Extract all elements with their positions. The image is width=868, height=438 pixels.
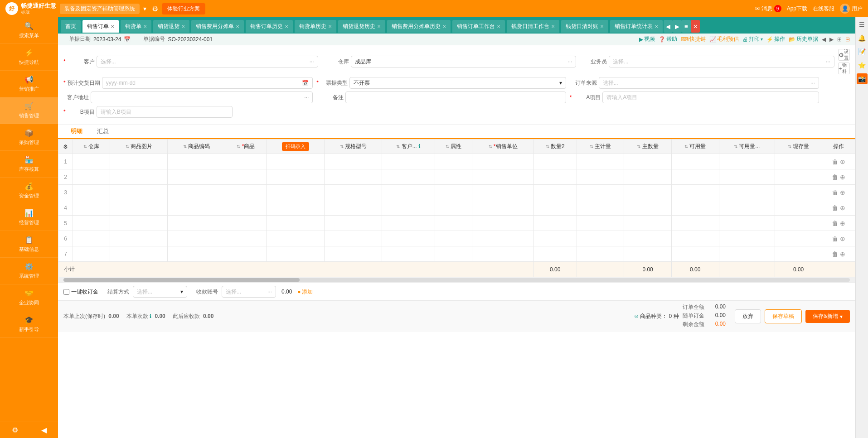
calendar-icon[interactable]: 📅 (124, 36, 131, 43)
b-project-input[interactable]: 请输入B项目 (97, 106, 233, 118)
save-new-btn[interactable]: 保存&新增 ▾ (805, 310, 850, 323)
prev-record-icon[interactable]: ◀ (822, 36, 826, 43)
tab-next-btn[interactable]: ▶ (673, 20, 682, 33)
tab-sales-goods-close[interactable]: ✕ (143, 24, 147, 29)
tab-summary[interactable]: 汇总 (90, 125, 116, 138)
sidebar-item-guide[interactable]: 🎓 新手引导 (0, 311, 58, 338)
tab-daily-workbench[interactable]: 钱货日清工作台 ✕ (507, 20, 559, 33)
row-4-copy-btn[interactable]: ⊕ (840, 204, 845, 212)
tab-prev-btn[interactable]: ◀ (664, 20, 673, 33)
tab-sales-goods[interactable]: 销货单 ✕ (121, 20, 151, 33)
customer-input[interactable]: 选择... ··· (97, 56, 318, 67)
discard-btn[interactable]: 放弃 (735, 309, 761, 323)
right-panel-menu-btn[interactable]: ☰ (857, 19, 868, 30)
row-6-copy-btn[interactable]: ⊕ (840, 235, 845, 242)
invoice-type-select[interactable]: 不开票 ▾ (349, 77, 566, 89)
tab-sales-expense[interactable]: 销售费用分摊单 ✕ (191, 20, 244, 33)
scroll-bar-area[interactable] (58, 277, 855, 283)
sidebar-item-quicknav[interactable]: ⚡ 快捷导航 (0, 44, 58, 71)
row-2-delete-btn[interactable]: 🗑 (832, 173, 838, 181)
right-panel-note-btn[interactable]: 📝 (857, 46, 868, 57)
tab-return-history[interactable]: 销货退货历史 ✕ (338, 20, 385, 33)
tab-sales-return[interactable]: 销货退货 ✕ (153, 20, 189, 33)
row-4-delete-btn[interactable]: 🗑 (832, 204, 838, 212)
tab-expense-history-close[interactable]: ✕ (442, 24, 446, 29)
message-btn[interactable]: ✉ 消息 9 (755, 5, 781, 13)
sidebar-item-system[interactable]: ⚙️ 系统管理 (0, 258, 58, 284)
sidebar-item-search[interactable]: 🔍 搜索菜单 (0, 17, 58, 44)
history-link[interactable]: 📂 历史单据 (789, 35, 818, 43)
row-5-delete-btn[interactable]: 🗑 (832, 220, 838, 227)
row-1-customer-code[interactable] (382, 154, 435, 169)
tab-order-workbench-close[interactable]: ✕ (497, 24, 500, 29)
profit-link[interactable]: 📈 毛利预估 (709, 35, 739, 43)
operate-link[interactable]: ⚡ 操作 (766, 35, 785, 43)
tab-home[interactable]: 首页 (61, 20, 81, 33)
sidebar-item-base[interactable]: 📋 基础信息 (0, 231, 58, 258)
trial-btn[interactable]: 体验行业方案 (162, 3, 205, 14)
row-1-qty2[interactable] (533, 154, 577, 169)
row-1-main-qty[interactable] (624, 154, 672, 169)
view-link[interactable]: ▶ 视频 (639, 35, 655, 43)
row-3-delete-btn[interactable]: 🗑 (832, 189, 838, 196)
sidebar-collapse-icon[interactable]: ◀ (41, 426, 47, 434)
sidebar-item-inventory[interactable]: 🏪 库存核算 (0, 151, 58, 178)
tab-order-stats-close[interactable]: ✕ (655, 24, 658, 29)
scan-btn[interactable]: 扫码录入 (282, 142, 309, 151)
warehouse-input[interactable]: 成品库 ··· (351, 56, 577, 67)
tab-sales-return-close[interactable]: ✕ (181, 24, 185, 29)
a-project-input[interactable]: 请输入A项目 (602, 91, 819, 103)
right-panel-star-btn[interactable]: ⭐ (857, 60, 868, 71)
one-key-collect-label[interactable]: 一键收订金 (63, 288, 98, 296)
tab-order-history-close[interactable]: ✕ (285, 24, 288, 29)
row-1-warehouse[interactable] (73, 154, 110, 169)
row-1-spec[interactable] (325, 154, 382, 169)
tab-sales-expense-close[interactable]: ✕ (236, 24, 239, 29)
system-dropdown-icon[interactable]: ▾ (143, 5, 146, 12)
tab-daily-reconcile[interactable]: 钱货日清对账 ✕ (561, 20, 608, 33)
account-input[interactable]: 选择... ··· (222, 286, 276, 298)
delivery-calendar-icon[interactable]: 📅 (302, 80, 309, 86)
payment-method-select[interactable]: 选择... ▾ (133, 286, 187, 298)
row-6-delete-btn[interactable]: 🗑 (832, 235, 838, 242)
col-scan[interactable]: 扫码录入 (267, 140, 325, 154)
customer-address-input[interactable]: ··· (91, 91, 313, 103)
row-2-copy-btn[interactable]: ⊕ (840, 173, 845, 181)
add-material-btn[interactable]: + 物料 (838, 63, 850, 74)
tab-order-stats[interactable]: 销售订单统计表 ✕ (610, 20, 663, 33)
add-link[interactable]: ● 添加 (297, 288, 312, 296)
tab-order-workbench[interactable]: 销售订单工作台 ✕ (452, 20, 505, 33)
form-view-icon[interactable]: ⊟ (845, 36, 850, 43)
remark-input[interactable] (345, 91, 566, 103)
next-record-icon[interactable]: ▶ (829, 36, 834, 43)
tab-expand-btn[interactable]: ≡ (682, 20, 691, 33)
row-5-copy-btn[interactable]: ⊕ (840, 220, 845, 227)
sidebar-item-sales[interactable]: 🛒 销售管理 (0, 97, 58, 124)
tab-goods-history-close[interactable]: ✕ (328, 24, 332, 29)
sidebar-item-finance[interactable]: 💰 资金管理 (0, 178, 58, 204)
grid-view-icon[interactable]: ⊞ (837, 36, 842, 43)
tab-daily-workbench-close[interactable]: ✕ (551, 24, 555, 29)
row-1-attr[interactable] (435, 154, 472, 169)
col-gear[interactable]: ⚙ (58, 140, 73, 154)
tab-close-all-btn[interactable]: ✕ (691, 20, 700, 33)
sidebar-settings-icon[interactable]: ⚙ (12, 426, 18, 434)
row-1-delete-btn[interactable]: 🗑 (832, 158, 838, 165)
tab-goods-history[interactable]: 销货单历史 ✕ (295, 20, 336, 33)
online-support-btn[interactable]: 在线客服 (813, 5, 834, 13)
sidebar-item-collab[interactable]: 🤝 企业协同 (0, 284, 58, 311)
salesperson-input[interactable]: 选择... ··· (609, 56, 834, 67)
row-1-unit[interactable] (472, 154, 534, 169)
settings-form-btn[interactable]: ⚙ 设置 (838, 49, 850, 61)
row-7-delete-btn[interactable]: 🗑 (832, 250, 838, 258)
row-1-code[interactable] (168, 154, 225, 169)
one-key-collect-checkbox[interactable] (63, 289, 69, 295)
shortcut-link[interactable]: ⌨ 快捷键 (681, 35, 706, 43)
current-debt-info[interactable]: ℹ (150, 313, 151, 319)
row-7-copy-btn[interactable]: ⊕ (840, 250, 845, 258)
sidebar-item-operations[interactable]: 📊 经营管理 (0, 204, 58, 231)
sidebar-item-marketing[interactable]: 📢 营销推广 (0, 71, 58, 97)
save-new-dropdown-icon[interactable]: ▾ (840, 313, 843, 320)
tab-return-history-close[interactable]: ✕ (377, 24, 381, 29)
row-1-copy-btn[interactable]: ⊕ (840, 158, 845, 165)
